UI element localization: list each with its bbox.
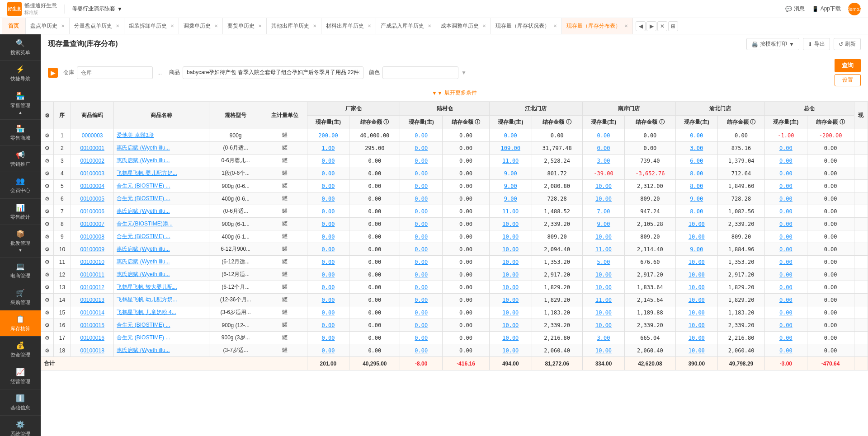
- close-icon[interactable]: ✕: [553, 23, 557, 28]
- row-code[interactable]: 00100004: [71, 180, 114, 192]
- sidebar-item-finance[interactable]: 💰 资金管理: [0, 337, 41, 363]
- row-na-stock[interactable]: 10.00: [582, 344, 625, 357]
- row-t-stock[interactable]: 0.00: [765, 256, 807, 268]
- row-nb-stock[interactable]: 10.00: [675, 230, 718, 243]
- tab-inventory-history[interactable]: 盘点单历史 ✕: [26, 18, 70, 34]
- row-l-stock[interactable]: 0.00: [400, 155, 443, 167]
- row-gear[interactable]: ⚙: [41, 268, 54, 281]
- row-code[interactable]: 00100002: [71, 155, 114, 167]
- row-f-stock[interactable]: 0.00: [307, 243, 349, 256]
- message-btn[interactable]: 💬 消息: [785, 5, 805, 13]
- row-gear[interactable]: ⚙: [41, 294, 54, 306]
- row-gear[interactable]: ⚙: [41, 344, 54, 357]
- close-icon[interactable]: ✕: [482, 23, 486, 28]
- row-l-stock[interactable]: 0.00: [400, 205, 443, 218]
- industry-selector[interactable]: 母婴行业演示陈套 ▼: [72, 5, 123, 13]
- row-j-stock[interactable]: 10.00: [490, 332, 532, 344]
- row-gear[interactable]: ⚙: [41, 243, 54, 256]
- row-code[interactable]: 00100013: [71, 294, 114, 306]
- row-nb-stock[interactable]: 10.00: [675, 294, 718, 306]
- row-t-stock[interactable]: 0.00: [765, 167, 807, 180]
- row-code[interactable]: 00100011: [71, 268, 114, 281]
- row-l-stock[interactable]: 0.00: [400, 230, 443, 243]
- row-t-stock[interactable]: -1.00: [765, 129, 807, 142]
- row-na-stock[interactable]: 10.00: [582, 319, 625, 332]
- row-code[interactable]: 00100003: [71, 167, 114, 180]
- row-f-stock[interactable]: 0.00: [307, 192, 349, 205]
- tab-next-btn[interactable]: ▶: [646, 21, 656, 31]
- row-f-stock[interactable]: 1.00: [307, 142, 349, 155]
- row-name[interactable]: 飞鹤星飞帆 婴儿配方奶...: [114, 167, 209, 180]
- row-f-stock[interactable]: 0.00: [307, 281, 349, 294]
- row-name[interactable]: 惠氏启赋 (Wyeth illu...: [114, 256, 209, 268]
- row-t-stock[interactable]: 0.00: [765, 344, 807, 357]
- row-t-stock[interactable]: 0.00: [765, 294, 807, 306]
- row-gear[interactable]: ⚙: [41, 155, 54, 167]
- row-name[interactable]: 飞鹤星飞帆 幼儿配方奶...: [114, 294, 209, 306]
- warehouse-more-btn[interactable]: ...: [156, 70, 164, 76]
- row-na-stock[interactable]: 10.00: [582, 180, 625, 192]
- sidebar-item-retail[interactable]: 🏪 零售管理 ▲: [0, 87, 41, 120]
- row-j-stock[interactable]: 9.00: [490, 167, 532, 180]
- row-na-stock[interactable]: 3.00: [582, 155, 625, 167]
- row-f-stock[interactable]: 0.00: [307, 218, 349, 230]
- row-nb-stock[interactable]: 6.00: [675, 155, 718, 167]
- row-l-stock[interactable]: 0.00: [400, 167, 443, 180]
- row-na-stock[interactable]: 7.00: [582, 205, 625, 218]
- row-name[interactable]: 惠氏启赋 (Wyeth illu...: [114, 155, 209, 167]
- row-name[interactable]: 惠氏启赋 (Wyeth illu...: [114, 344, 209, 357]
- row-code[interactable]: 00100012: [71, 281, 114, 294]
- row-j-stock[interactable]: 9.00: [490, 192, 532, 205]
- row-na-stock[interactable]: 10.00: [582, 268, 625, 281]
- row-code[interactable]: 00100015: [71, 319, 114, 332]
- row-gear[interactable]: ⚙: [41, 306, 54, 319]
- row-code[interactable]: 00100018: [71, 344, 114, 357]
- sidebar-item-members[interactable]: 👥 会员中心: [0, 172, 41, 198]
- row-j-stock[interactable]: 109.00: [490, 142, 532, 155]
- row-t-stock[interactable]: 0.00: [765, 332, 807, 344]
- row-f-stock[interactable]: 0.00: [307, 167, 349, 180]
- sidebar-item-search[interactable]: 🔍 搜索英单: [0, 34, 41, 61]
- row-f-stock[interactable]: 0.00: [307, 205, 349, 218]
- sidebar-item-wholesale[interactable]: 📦 批发管理 ▼: [0, 225, 41, 258]
- row-j-stock[interactable]: 10.00: [490, 268, 532, 281]
- tab-branch-history[interactable]: 分量盘点单历史 ✕: [70, 18, 124, 34]
- row-t-stock[interactable]: 0.00: [765, 142, 807, 155]
- row-l-stock[interactable]: 0.00: [400, 142, 443, 155]
- row-gear[interactable]: ⚙: [41, 230, 54, 243]
- color-input[interactable]: [382, 66, 458, 79]
- row-name[interactable]: 惠氏启赋 (Wyeth illu...: [114, 268, 209, 281]
- close-icon[interactable]: ✕: [428, 23, 431, 28]
- close-icon[interactable]: ✕: [214, 23, 218, 28]
- tab-expand-btn[interactable]: ⊞: [668, 21, 678, 31]
- row-na-stock[interactable]: 10.00: [582, 192, 625, 205]
- row-t-stock[interactable]: 0.00: [765, 180, 807, 192]
- tab-prev-btn[interactable]: ◀: [636, 21, 646, 31]
- row-nb-stock[interactable]: 10.00: [675, 218, 718, 230]
- row-nb-stock[interactable]: 10.00: [675, 281, 718, 294]
- row-j-stock[interactable]: 10.00: [490, 256, 532, 268]
- row-na-stock[interactable]: 10.00: [582, 306, 625, 319]
- row-code[interactable]: 00100007: [71, 218, 114, 230]
- row-code[interactable]: 00100005: [71, 192, 114, 205]
- row-code[interactable]: 00100008: [71, 230, 114, 243]
- row-j-stock[interactable]: 11.00: [490, 205, 532, 218]
- sidebar-item-system[interactable]: ⚙️ 系统管理: [0, 416, 41, 436]
- tab-close-btn[interactable]: ✕: [657, 21, 667, 31]
- sidebar-item-retail-stats[interactable]: 📊 零售统计: [0, 199, 41, 225]
- row-l-stock[interactable]: 0.00: [400, 218, 443, 230]
- sidebar-item-purchase[interactable]: 🛒 采购管理: [0, 284, 41, 310]
- row-na-stock[interactable]: 11.00: [582, 243, 625, 256]
- user-area[interactable]: demo2: [848, 3, 861, 15]
- row-t-stock[interactable]: 0.00: [765, 319, 807, 332]
- close-icon[interactable]: ✕: [170, 23, 174, 28]
- row-nb-stock[interactable]: 9.00: [675, 243, 718, 256]
- app-download-btn[interactable]: 📱 App下载: [812, 5, 841, 13]
- row-t-stock[interactable]: 0.00: [765, 218, 807, 230]
- row-code[interactable]: 00100014: [71, 306, 114, 319]
- row-j-stock[interactable]: 9.00: [490, 180, 532, 192]
- query-button[interactable]: 查询: [835, 59, 861, 72]
- row-name[interactable]: 飞鹤星飞帆 儿童奶粉 4...: [114, 306, 209, 319]
- row-l-stock[interactable]: 0.00: [400, 268, 443, 281]
- row-code[interactable]: 00100009: [71, 243, 114, 256]
